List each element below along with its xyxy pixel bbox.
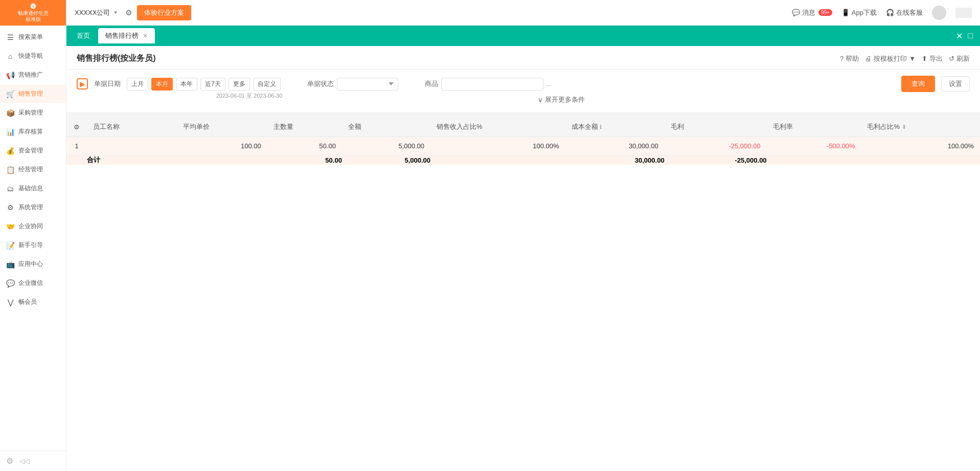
settings-icon[interactable]: ⚙ bbox=[6, 456, 13, 466]
sidebar-item-guide[interactable]: 📝新手引导 bbox=[0, 236, 66, 255]
cell-employee bbox=[87, 137, 177, 155]
sidebar-item-wechat[interactable]: 💬企业微信 bbox=[0, 274, 66, 293]
footer-main-qty: 50.00 bbox=[267, 155, 342, 165]
sidebar-menu: ☰搜索菜单⌂快捷导航📢营销推广🛒销售管理📦采购管理📊库存核算💰资金管理📋经营管理… bbox=[0, 26, 66, 451]
col-cost: 成本全额 ℹ bbox=[565, 117, 665, 137]
sidebar-item-app-center[interactable]: 📺应用中心 bbox=[0, 255, 66, 274]
page-title-row: 销售排行榜(按业务员) ? 帮助 🖨 按模板打印 ▼ ⬆ 导出 bbox=[77, 53, 970, 69]
footer-cost: 30,000.00 bbox=[565, 155, 665, 165]
sidebar-item-quick-nav[interactable]: ⌂快捷导航 bbox=[0, 47, 66, 65]
sidebar-item-operations[interactable]: 📋经营管理 bbox=[0, 160, 66, 179]
sidebar-label-marketing: 营销推广 bbox=[18, 71, 43, 79]
tab-home[interactable]: 首页 bbox=[69, 27, 98, 44]
sidebar-label-basic-info: 基础信息 bbox=[18, 184, 43, 193]
cell-main-qty: 50.00 bbox=[267, 137, 342, 155]
company-selector[interactable]: XXXXX公司 ▼ bbox=[75, 8, 118, 17]
logo-text: 畅康通好生意 标准版 bbox=[18, 10, 49, 23]
goods-input[interactable] bbox=[441, 78, 543, 91]
trial-button[interactable]: 体验行业方案 bbox=[137, 5, 191, 20]
headset-icon: 🎧 bbox=[886, 9, 894, 16]
sidebar-item-enterprise[interactable]: 🤝企业协同 bbox=[0, 217, 66, 236]
sidebar-icon-app-center: 📺 bbox=[6, 260, 14, 268]
sidebar-icon-member: ⋁ bbox=[6, 298, 14, 306]
sidebar-item-sales[interactable]: 🛒销售管理 bbox=[0, 84, 66, 103]
status-select[interactable] bbox=[337, 78, 398, 91]
sidebar-item-system[interactable]: ⚙系统管理 bbox=[0, 198, 66, 217]
date-more[interactable]: 更多 bbox=[229, 78, 250, 91]
col-settings[interactable]: ⚙ bbox=[66, 117, 87, 137]
cell-gross-ratio: 100.00% bbox=[861, 137, 980, 155]
page-title: 销售排行榜(按业务员) bbox=[77, 53, 156, 64]
online-support-button[interactable]: 🎧 在线客服 bbox=[886, 8, 923, 17]
sidebar-icon-sales: 🛒 bbox=[6, 90, 14, 98]
filter-expand-arrow[interactable]: ▶ bbox=[77, 78, 88, 89]
help-icon: ? bbox=[840, 55, 844, 62]
tab-close-icon[interactable]: ✕ bbox=[143, 32, 148, 39]
sidebar-item-basic-info[interactable]: 🗂基础信息 bbox=[0, 179, 66, 198]
sidebar-icon-enterprise: 🤝 bbox=[6, 222, 14, 231]
tabbar-right: ✕ □ bbox=[956, 31, 978, 41]
sidebar: 畅 畅康通好生意 标准版 ☰搜索菜单⌂快捷导航📢营销推广🛒销售管理📦采购管理📊库… bbox=[0, 0, 66, 471]
date-current-year[interactable]: 本年 bbox=[176, 78, 197, 91]
footer-amount: 5,000.00 bbox=[342, 155, 430, 165]
message-badge: 99+ bbox=[818, 9, 832, 16]
export-icon: ⬆ bbox=[922, 55, 927, 62]
date-current-month[interactable]: 本月 bbox=[151, 78, 173, 91]
collapse-icon[interactable]: ◁◁ bbox=[19, 457, 30, 465]
sidebar-bottom: ⚙ ◁◁ bbox=[0, 451, 66, 471]
footer-empty1 bbox=[66, 155, 87, 165]
table-body: 1 100.00 50.00 5,000.00 100.00% 30,000.0… bbox=[66, 137, 980, 155]
user-name-placeholder bbox=[955, 8, 972, 18]
sidebar-logo: 畅 畅康通好生意 标准版 bbox=[0, 0, 66, 26]
topbar-settings-icon[interactable]: ⚙ bbox=[125, 8, 132, 17]
page-header: 销售排行榜(按业务员) ? 帮助 🖨 按模板打印 ▼ ⬆ 导出 bbox=[66, 46, 980, 70]
print-button[interactable]: 🖨 按模板打印 ▼ bbox=[865, 54, 916, 63]
sidebar-item-inventory[interactable]: 📊库存核算 bbox=[0, 122, 66, 141]
avatar[interactable] bbox=[932, 6, 946, 20]
refresh-button[interactable]: ↺ 刷新 bbox=[949, 54, 970, 63]
col-gross-ratio: 毛利占比% ⬇ bbox=[861, 117, 980, 137]
col-amount: 全额 bbox=[342, 117, 430, 137]
date-filter: 上月 本月 本年 近7天 更多 自定义 bbox=[127, 78, 281, 91]
sidebar-icon-basic-info: 🗂 bbox=[6, 185, 14, 193]
table-container: ⚙ 员工名称 平均单价 主数量 全额 销售收入占比% 成本全额 ℹ 毛利 毛利率… bbox=[66, 117, 980, 471]
message-button[interactable]: 💬 消息 99+ bbox=[792, 8, 832, 17]
sidebar-label-sales: 销售管理 bbox=[18, 89, 43, 98]
cell-sales-ratio: 100.00% bbox=[430, 137, 565, 155]
expand-row: 2023-06-01 至 2023-06-30 ∨ 展开更多条件 bbox=[77, 92, 970, 106]
query-button[interactable]: 查询 bbox=[901, 76, 935, 92]
cell-cost: 30,000.00 bbox=[565, 137, 665, 155]
sidebar-label-inventory: 库存核算 bbox=[18, 127, 43, 136]
print-dropdown-icon: ▼ bbox=[909, 55, 916, 62]
settings-button[interactable]: 设置 bbox=[941, 76, 970, 92]
window-maximize-icon[interactable]: □ bbox=[968, 31, 973, 40]
window-close-icon[interactable]: ✕ bbox=[956, 31, 963, 41]
footer-sales-ratio bbox=[430, 155, 565, 165]
sidebar-label-finance: 资金管理 bbox=[18, 146, 43, 155]
footer-avg-price bbox=[177, 155, 267, 165]
expand-more-button[interactable]: ∨ 展开更多条件 bbox=[538, 95, 585, 104]
date-last-month[interactable]: 上月 bbox=[127, 78, 148, 91]
sidebar-icon-quick-nav: ⌂ bbox=[6, 52, 14, 60]
sidebar-item-marketing[interactable]: 📢营销推广 bbox=[0, 65, 66, 84]
export-button[interactable]: ⬆ 导出 bbox=[922, 54, 943, 63]
date-last-7-days[interactable]: 近7天 bbox=[200, 78, 225, 91]
goods-more-icon[interactable]: ... bbox=[546, 80, 552, 87]
sidebar-item-member[interactable]: ⋁畅会员 bbox=[0, 293, 66, 311]
sidebar-item-search[interactable]: ☰搜索菜单 bbox=[0, 28, 66, 47]
print-icon: 🖨 bbox=[865, 55, 872, 62]
chevron-down-icon: ▼ bbox=[113, 10, 118, 15]
sidebar-item-purchase[interactable]: 📦采购管理 bbox=[0, 103, 66, 122]
tab-sales-ranking[interactable]: 销售排行榜 ✕ bbox=[98, 28, 155, 43]
sidebar-icon-purchase: 📦 bbox=[6, 109, 14, 117]
col-employee: 员工名称 bbox=[87, 117, 177, 137]
sidebar-label-app-center: 应用中心 bbox=[18, 260, 43, 268]
col-main-qty: 主数量 bbox=[267, 117, 342, 137]
date-custom[interactable]: 自定义 bbox=[253, 78, 281, 91]
help-button[interactable]: ? 帮助 bbox=[840, 54, 859, 63]
sidebar-icon-inventory: 📊 bbox=[6, 128, 14, 136]
sidebar-item-finance[interactable]: 💰资金管理 bbox=[0, 141, 66, 160]
tabbar: 首页 销售排行榜 ✕ ✕ □ bbox=[66, 26, 980, 46]
app-download-button[interactable]: 📱 App下载 bbox=[841, 8, 877, 17]
col-avg-price: 平均单价 bbox=[177, 117, 267, 137]
